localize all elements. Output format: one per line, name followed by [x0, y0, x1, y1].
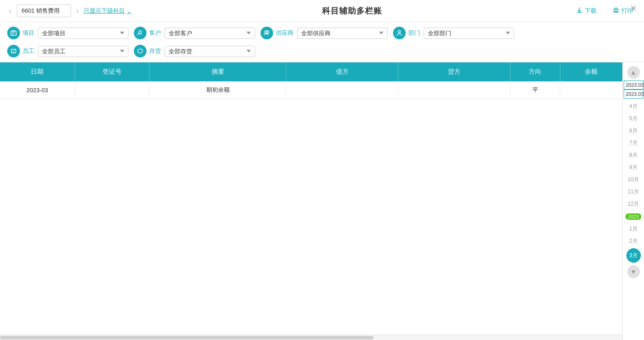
- cell-debit: [286, 81, 398, 99]
- prev-account-btn[interactable]: ‹: [7, 6, 13, 15]
- ledger-table: 日期 凭证号 摘要 借方 贷方 方向 余额 2023-03期初余额平: [0, 62, 622, 99]
- table-header-row: 日期 凭证号 摘要 借方 贷方 方向 余额: [0, 62, 622, 81]
- th-debit: 借方: [286, 62, 398, 81]
- sidebar-month-12[interactable]: 12月: [623, 198, 644, 210]
- th-credit: 贷方: [398, 62, 511, 81]
- th-summary: 摘要: [149, 62, 286, 81]
- cell-direction: 平: [510, 81, 560, 99]
- employee-filter-group: 员工 全部员工: [7, 45, 128, 57]
- close-btn[interactable]: ✕: [630, 5, 637, 13]
- supplier-label: 供应商: [276, 29, 294, 37]
- dept-label: 部门: [408, 29, 420, 37]
- svg-rect-1: [615, 11, 617, 12]
- scroll-track[interactable]: [0, 336, 374, 340]
- cell-credit: [398, 81, 511, 99]
- sidebar-month-9[interactable]: 9月: [623, 161, 644, 174]
- title-left: ‹ 6601 销售费用 › 只显示下级科目 ⌄: [7, 5, 132, 17]
- dept-filter-group: 部门 全部部门: [393, 27, 514, 39]
- sidebar-month-11[interactable]: 11月: [623, 186, 644, 198]
- cell-voucher: [75, 81, 149, 99]
- sidebar-month-5[interactable]: 5月: [623, 113, 644, 125]
- sidebar-up-btn[interactable]: ▲: [627, 66, 640, 79]
- cell-summary: 期初余额: [149, 81, 286, 99]
- bottom-scrollbar[interactable]: [0, 335, 622, 340]
- title-bar: ‹ 6601 销售费用 › 只显示下级科目 ⌄ 科目辅助多栏账 下载: [0, 0, 644, 22]
- sidebar-month-1[interactable]: 1月: [623, 223, 644, 235]
- table-area[interactable]: 日期 凭证号 摘要 借方 贷方 方向 余额 2023-03期初余额平: [0, 62, 622, 340]
- customer-select[interactable]: 全部客户: [165, 28, 255, 39]
- employee-icon: [7, 45, 20, 57]
- th-voucher: 凭证号: [75, 62, 149, 81]
- project-filter-group: 项目 全部项目: [7, 27, 128, 39]
- dept-select[interactable]: 全部部门: [424, 28, 514, 39]
- svg-point-3: [139, 31, 142, 33]
- year-badge: 2023: [625, 213, 641, 220]
- sidebar-month-3-active[interactable]: 3月: [626, 248, 641, 263]
- customer-icon: [134, 27, 147, 39]
- sidebar-month-list: ▲ 2023.03 2023.03 4月 5月 6月 7月 8月 9月 10月 …: [623, 62, 644, 282]
- sidebar-month-7[interactable]: 7月: [623, 137, 644, 149]
- show-sub-toggle[interactable]: 只显示下级科目 ⌄: [84, 7, 132, 15]
- sidebar-month-2[interactable]: 2月: [623, 235, 644, 247]
- sidebar-selected-end[interactable]: 2023.03: [624, 90, 644, 99]
- project-select[interactable]: 全部项目: [38, 28, 128, 39]
- project-label: 项目: [23, 29, 34, 37]
- inventory-filter-group: 存货 全部存货: [134, 45, 255, 57]
- cell-balance: [560, 81, 622, 99]
- download-icon: [576, 7, 582, 15]
- content-area: 日期 凭证号 摘要 借方 贷方 方向 余额 2023-03期初余额平: [0, 62, 644, 340]
- supplier-select[interactable]: 全部供应商: [297, 28, 388, 39]
- next-account-btn[interactable]: ›: [75, 6, 80, 15]
- page-title: 科目辅助多栏账: [322, 5, 382, 16]
- main-container: ‹ 6601 销售费用 › 只显示下级科目 ⌄ 科目辅助多栏账 下载: [0, 0, 644, 340]
- show-sub-label: 只显示下级科目: [84, 7, 125, 15]
- supplier-icon: [260, 27, 273, 39]
- chevron-down-icon: ⌄: [127, 8, 132, 14]
- th-direction: 方向: [510, 62, 560, 81]
- svg-point-5: [266, 31, 269, 33]
- right-sidebar: ▲ 2023.03 2023.03 4月 5月 6月 7月 8月 9月 10月 …: [622, 62, 644, 340]
- download-label: 下载: [585, 7, 597, 15]
- print-icon: [613, 7, 619, 15]
- sidebar-month-8[interactable]: 8月: [623, 149, 644, 161]
- th-date: 日期: [0, 62, 75, 81]
- inventory-select[interactable]: 全部存货: [165, 46, 255, 57]
- title-actions: 下载 打印 ✕: [573, 5, 637, 17]
- inventory-label: 存货: [149, 47, 161, 55]
- table-row[interactable]: 2023-03期初余额平: [0, 81, 622, 99]
- sidebar-month-4[interactable]: 4月: [623, 100, 644, 113]
- cell-date: 2023-03: [0, 81, 75, 99]
- sidebar-month-10[interactable]: 10月: [623, 174, 644, 186]
- filter-bar: 项目 全部项目 客户 全部客户: [0, 22, 644, 62]
- customer-filter-group: 客户 全部客户: [134, 27, 255, 39]
- th-balance: 余额: [560, 62, 622, 81]
- account-code-label: 6601 销售费用: [17, 5, 71, 17]
- svg-rect-2: [11, 31, 16, 35]
- sidebar-selected-start[interactable]: 2023.03: [624, 80, 644, 90]
- sidebar-down-btn[interactable]: ▼: [627, 265, 640, 278]
- sidebar-month-6[interactable]: 6月: [623, 125, 644, 137]
- svg-point-6: [398, 31, 401, 33]
- download-btn[interactable]: 下载: [573, 5, 600, 17]
- dept-icon: [393, 27, 406, 39]
- supplier-filter-group: 供应商 全部供应商: [260, 27, 388, 39]
- employee-select[interactable]: 全部员工: [38, 46, 128, 57]
- employee-label: 员工: [23, 47, 34, 55]
- customer-label: 客户: [149, 29, 161, 37]
- inventory-icon: [134, 45, 147, 57]
- project-icon: [7, 27, 20, 39]
